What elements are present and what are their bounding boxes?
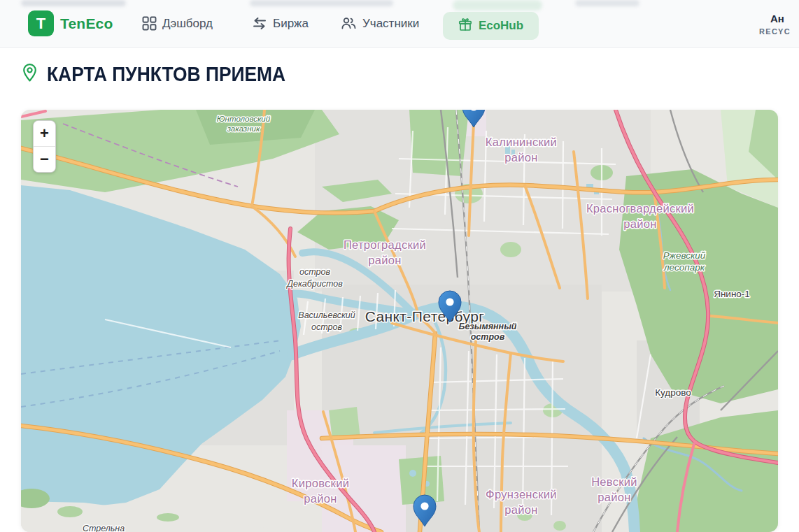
map-zoom-control: + − [33,120,56,173]
map-label: Янино-1 [714,289,750,299]
nav-label: Дэшборд [162,17,213,31]
gift-icon [458,17,472,35]
page-title-row: КАРТА ПУНКТОВ ПРИЕМА [21,63,318,85]
user-name[interactable]: Ан [770,13,784,24]
brand-logo-letter: T [36,15,45,33]
app-root: { "header": { "logo_letter": "T", "brand… [0,0,799,532]
nav-label: Биржа [273,17,309,31]
exchange-arrows-icon [252,16,267,31]
nav-label: Участники [362,17,419,31]
map-tiles: КалининскийрайонКрасногвардейскийрайонПе… [21,110,778,532]
nav-item-ecohub[interactable]: EcoHub [443,12,539,40]
nav-item-participants[interactable]: Участники [341,0,419,47]
ghost-text-blur [21,0,126,6]
dashboard-grid-icon [142,16,157,31]
zoom-out-button[interactable]: − [34,147,55,172]
map-label: Стрельна [83,524,125,532]
map-pin-icon [21,63,38,85]
user-role-badge: RECYC [759,27,791,36]
nav-label: EcoHub [479,19,523,33]
map-canvas[interactable]: КалининскийрайонКрасногвардейскийрайонПе… [21,110,778,532]
ghost-text-blur [575,0,639,6]
brand-logo[interactable]: T [28,10,54,36]
zoom-in-button[interactable]: + [34,121,55,146]
ghost-pill-blur [453,0,542,10]
people-icon [341,16,357,31]
brand-name[interactable]: TenEco [60,15,113,32]
nav-item-exchange[interactable]: Биржа [252,0,309,47]
top-navbar: T TenEco Дэшборд Биржа У [0,0,799,48]
nav-item-dashboard[interactable]: Дэшборд [142,0,213,47]
map-label: Кудрово [655,387,691,398]
page-title: КАРТА ПУНКТОВ ПРИЕМА [47,64,285,85]
